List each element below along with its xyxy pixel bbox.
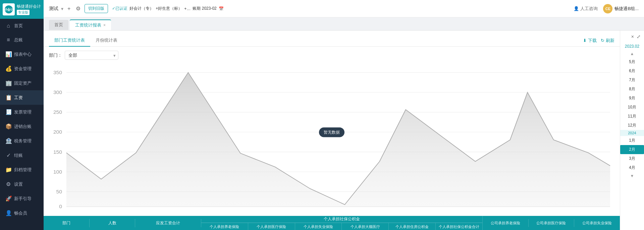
- svg-text:200: 200: [53, 129, 62, 135]
- close-panel-button[interactable]: ×: [631, 33, 635, 40]
- sidebar-item-home[interactable]: ⌂ 首页: [0, 19, 44, 33]
- certified-status: ✓已认证: [112, 6, 127, 11]
- avatar: CE: [603, 4, 612, 13]
- chart-svg: 350 300 250 200 150 100 50 0: [49, 66, 614, 213]
- sidebar-item-sales[interactable]: 📦 进销台账: [0, 119, 44, 134]
- sidebar-item-assets[interactable]: 🏢 固定资产: [0, 76, 44, 90]
- tab-close-icon[interactable]: ×: [103, 23, 106, 28]
- sidebar-item-report[interactable]: 📊 报表中心: [0, 47, 44, 61]
- subtab-monthly[interactable]: 月份统计表: [90, 35, 123, 47]
- download-button[interactable]: ⬇ 下载: [583, 38, 597, 44]
- sidebar-item-salary[interactable]: 📋 工资: [0, 90, 44, 105]
- help-icon: 👤: [574, 6, 579, 11]
- month-10[interactable]: 10月: [620, 103, 644, 112]
- logo-text: 畅捷通好会计 专业版: [17, 4, 41, 15]
- current-year-label[interactable]: 2023.02: [620, 43, 644, 50]
- more-modules: +…: [184, 6, 191, 11]
- tab-salary-report[interactable]: 工资统计报表 ×: [70, 19, 111, 30]
- tab-home[interactable]: 首页: [49, 20, 68, 30]
- sidebar-item-archive[interactable]: 📁 归档管理: [0, 163, 44, 177]
- col-major-medical: 个人承担大额医疗: [342, 223, 389, 230]
- archive-icon: 📁: [5, 167, 11, 173]
- svg-text:250: 250: [53, 109, 62, 115]
- calendar-icon[interactable]: 📅: [219, 6, 224, 11]
- download-icon: ⬇: [583, 38, 587, 43]
- filter-row: 部门： 全部 技术部 销售部 财务部 行政部 ▾: [44, 47, 620, 64]
- assets-icon: 🏢: [5, 80, 11, 86]
- svg-text:50: 50: [56, 189, 62, 194]
- sidebar-logo: 好会计 畅捷通好会计 专业版: [0, 0, 44, 19]
- month-12[interactable]: 12月: [620, 121, 644, 130]
- add-button[interactable]: +: [66, 4, 72, 13]
- scroll-up-icon[interactable]: ▲: [630, 51, 635, 57]
- month-nav-up: ▲: [620, 50, 644, 57]
- month-5[interactable]: 5月: [620, 57, 644, 66]
- sales-icon: 📦: [5, 123, 11, 130]
- salary-icon: 📋: [5, 94, 11, 101]
- group-cols: 个人承担养老保险 个人承担医疗保险 个人承担失业保险 个人承担大额医疗 个人承担: [201, 223, 482, 230]
- svg-text:150: 150: [53, 149, 62, 155]
- scroll-down-icon[interactable]: ▼: [630, 173, 635, 179]
- panel-close-controls: × ⤢: [620, 31, 644, 43]
- month-6[interactable]: 6月: [620, 66, 644, 76]
- dept-select[interactable]: 全部 技术部 销售部 财务部 行政部: [65, 51, 118, 60]
- month-3-2024[interactable]: 3月: [620, 154, 644, 163]
- sidebar-item-tax[interactable]: 🏦 税务管理: [0, 134, 44, 148]
- table-footer: 部门 人数 应发工资合计 个人承担社保公积金 个人承担养老保险: [44, 216, 620, 230]
- home-icon: ⌂: [5, 23, 11, 29]
- subtabs: 部门工资统计表 月份统计表 ⬇ 下载 ↻ 刷新: [44, 31, 620, 47]
- svg-text:300: 300: [53, 89, 62, 95]
- month-1-2024[interactable]: 1月: [620, 136, 644, 145]
- member-icon: 👤: [5, 210, 11, 216]
- chart-tooltip: 暂无数据: [319, 127, 344, 137]
- sidebar-item-member[interactable]: 👤 畅会员: [0, 206, 44, 220]
- month-nav-down: ▼: [620, 172, 644, 180]
- sidebar-item-ledger[interactable]: ≡ 总账: [0, 33, 44, 47]
- refresh-button[interactable]: ↻ 刷新: [601, 38, 614, 44]
- gear-button[interactable]: ⚙: [74, 4, 82, 13]
- guide-icon: 🚀: [5, 195, 11, 202]
- sidebar-item-guide[interactable]: 🚀 新手引导: [0, 191, 44, 206]
- subtab-actions: ⬇ 下载 ↻ 刷新: [583, 38, 614, 44]
- user-info[interactable]: CE 畅捷通B组...: [603, 4, 639, 13]
- col-housing-fund: 个人承担住房公积金: [389, 223, 436, 230]
- col-company-unemployment: 公司承担失业保险: [574, 219, 620, 227]
- col-insurance-total: 个人承担社保公积金合计: [436, 223, 482, 230]
- col-unemployment: 个人承担失业保险: [295, 223, 342, 230]
- company-name: 测试 ▾: [49, 6, 63, 12]
- settings-icon: ⚙: [5, 181, 11, 187]
- sidebar-item-invoice[interactable]: 🧾 发票管理: [0, 105, 44, 119]
- sidebar-item-closing[interactable]: ✓ 结账: [0, 148, 44, 163]
- filter-label: 部门：: [49, 52, 62, 58]
- month-8[interactable]: 8月: [620, 85, 644, 94]
- sidebar-item-settings[interactable]: ⚙ 设置: [0, 177, 44, 191]
- accounting-period: 账期 2023-02: [193, 6, 216, 11]
- month-9[interactable]: 9月: [620, 94, 644, 103]
- col-medical: 个人承担医疗保险: [248, 223, 295, 230]
- month-4-2024[interactable]: 4月: [620, 163, 644, 172]
- month-7[interactable]: 7月: [620, 76, 644, 85]
- accounting-type: 好会计（专）: [129, 6, 154, 11]
- side-panel: × ⤢ 2023.02 ▲ 5月 6月 7月 8月 9月 10月 11月 12月…: [620, 31, 644, 230]
- content-area: 部门工资统计表 月份统计表 ⬇ 下载 ↻ 刷新: [44, 31, 644, 230]
- main-area: 测试 ▾ + ⚙ 切到旧版 ✓已认证 好会计（专） +好生意（标） +… 账期 …: [44, 0, 644, 230]
- switch-version-button[interactable]: 切到旧版: [85, 4, 108, 13]
- closing-icon: ✓: [5, 152, 11, 158]
- expand-panel-button[interactable]: ⤢: [636, 33, 641, 40]
- topbar-right: 👤 人工咨询 CE 畅捷通B组...: [574, 4, 639, 13]
- col-company-medical: 公司承担医疗保险: [529, 219, 575, 227]
- month-11[interactable]: 11月: [620, 112, 644, 121]
- svg-text:100: 100: [53, 169, 62, 175]
- month-2-2024[interactable]: 2月: [620, 145, 644, 154]
- col-pension: 个人承担养老保险: [201, 223, 248, 230]
- help-button[interactable]: 👤 人工咨询: [574, 6, 598, 12]
- chevron-down-icon: ▾: [61, 6, 63, 11]
- report-icon: 📊: [5, 51, 11, 57]
- sidebar-item-finance[interactable]: 💰 资金管理: [0, 61, 44, 76]
- topbar-status: ✓已认证 好会计（专） +好生意（标） +… 账期 2023-02 📅: [112, 6, 223, 11]
- svg-text:350: 350: [53, 70, 62, 75]
- tax-icon: 🏦: [5, 138, 11, 144]
- subtab-dept[interactable]: 部门工资统计表: [49, 35, 90, 47]
- col-count: 人数: [90, 219, 136, 227]
- invoice-icon: 🧾: [5, 109, 11, 115]
